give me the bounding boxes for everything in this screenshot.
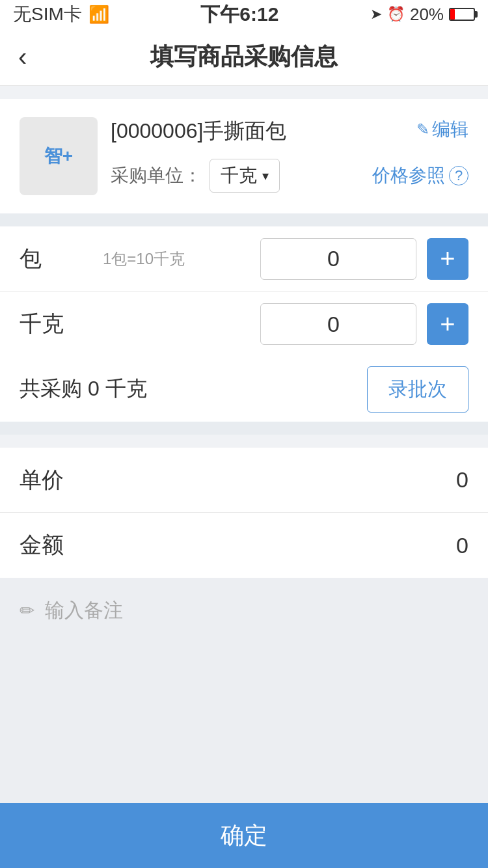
confirm-button[interactable]: 确定 [0,803,488,868]
bao-label: 包 [20,244,98,274]
battery-icon [449,8,475,21]
page-title: 填写商品采购信息 [150,41,338,73]
unit-price-value: 0 [456,467,468,493]
price-ref-button[interactable]: 价格参照 ? [372,163,468,188]
product-name: [0000006]手撕面包 [111,117,286,146]
back-button[interactable]: ‹ [18,42,27,72]
bao-plus-button[interactable]: + [427,238,468,280]
product-card: 智+ [0000006]手撕面包 ✎ 编辑 采购单位： 千克 ▾ 价格参照 ? [0,99,488,213]
alarm-icon: ⏰ [387,6,405,23]
wifi-icon: 📶 [88,5,109,25]
product-info: [0000006]手撕面包 ✎ 编辑 采购单位： 千克 ▾ 价格参照 ? [111,117,468,193]
unit-price-row: 单价 0 [0,448,488,513]
kg-row: 千克 + [0,292,488,357]
info-icon: ? [449,166,468,185]
total-label: 共采购 0 千克 [20,375,147,403]
battery-pct: 20% [410,5,444,25]
status-right: ➤ ⏰ 20% [370,5,475,25]
edit-button[interactable]: ✎ 编辑 [416,117,468,142]
amount-value: 0 [456,533,468,558]
kg-plus-button[interactable]: + [427,303,468,345]
quantity-section: 包 1包=10千克 + 千克 + [0,226,488,357]
dropdown-icon: ▾ [262,168,269,183]
bao-sublabel: 1包=10千克 [103,249,185,269]
status-bar: 无SIM卡 📶 下午6:12 ➤ ⏰ 20% [0,0,488,29]
product-logo: 智+ [44,144,73,169]
unit-selector[interactable]: 千克 ▾ [210,159,280,193]
remark-section[interactable]: ✏ 输入备注 [0,578,488,643]
kg-input[interactable] [260,303,416,345]
unit-price-label: 单价 [20,465,64,495]
status-left: 无SIM卡 📶 [13,2,109,27]
unit-label: 采购单位： [111,163,202,188]
bao-row: 包 1包=10千克 + [0,226,488,292]
price-ref-label: 价格参照 [372,163,445,188]
location-icon: ➤ [370,6,382,23]
product-image: 智+ [20,117,98,195]
amount-row: 金额 0 [0,513,488,578]
section-divider-2 [0,422,488,435]
carrier-text: 无SIM卡 [13,2,82,27]
amount-label: 金额 [20,530,64,560]
unit-value: 千克 [221,163,257,188]
bao-input[interactable] [260,238,416,280]
batch-button[interactable]: 录批次 [367,366,468,413]
status-time: 下午6:12 [200,1,278,28]
pencil-icon: ✏ [20,600,34,621]
nav-bar: ‹ 填写商品采购信息 [0,29,488,86]
edit-icon: ✎ [416,120,429,139]
kg-label: 千克 [20,309,98,339]
remark-placeholder: 输入备注 [45,597,123,624]
section-divider-1 [0,213,488,226]
total-row: 共采购 0 千克 录批次 [0,357,488,422]
price-section: 单价 0 金额 0 [0,448,488,578]
